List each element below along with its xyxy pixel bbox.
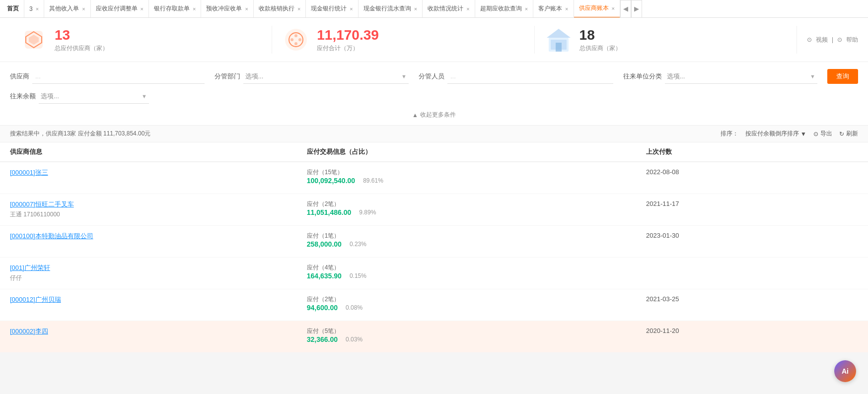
nav-next-button[interactable]: ▶ [631, 0, 642, 18]
main-table: 供应商信息 应付交易信息（占比） 上次付数 [000001]张三 应付（15笔）… [0, 142, 868, 353]
tab-bank-label: 银行存取款单 [154, 4, 190, 13]
sort-select[interactable]: 按应付余额倒序排序 ▼ [745, 130, 806, 138]
nav-tab-advance[interactable]: 预收冲应收单 × [201, 0, 253, 18]
table-row: [000001]张三 应付（15笔） 100,092,540.00 89.61%… [0, 162, 868, 194]
filter-area: 供应商 分管部门 选项... ▼ 分管人员 往来单位分类 选项... ▼ 查询 [0, 62, 868, 126]
nav-tab-collection[interactable]: 收款核销执行 × [254, 0, 306, 18]
close-tab-3[interactable]: × [36, 6, 39, 12]
table-header: 供应商信息 应付交易信息（占比） 上次付数 [0, 142, 868, 162]
lastpay-5: 2021-03-25 [646, 295, 858, 303]
close-customer-ledger[interactable]: × [565, 6, 568, 12]
supplier-label: 供应商 [10, 72, 29, 81]
nav-tab-bank[interactable]: 银行存取款单 × [149, 0, 201, 18]
supplier-link-2[interactable]: [000007]恒旺二手叉车 [10, 200, 74, 208]
close-receipt-stat[interactable]: × [466, 6, 469, 12]
supplier-link-3[interactable]: [000100]本特勤油品有限公司 [10, 232, 93, 240]
video-link[interactable]: 视频 [816, 36, 828, 44]
trans-label-5: 应付（2笔） [307, 295, 646, 304]
filter-person: 分管人员 [419, 69, 613, 84]
tab-adjustment-label: 应收应付调整单 [96, 4, 138, 13]
supplier-link-5[interactable]: [000012]广州贝瑞 [10, 296, 61, 303]
trans-amount-6[interactable]: 32,366.00 [307, 335, 338, 343]
collapse-label: 收起更多条件 [420, 111, 456, 119]
col-header-transaction: 应付交易信息（占比） [307, 147, 646, 156]
category-select-text: 选项... [667, 72, 810, 81]
top-navigation: 首页 3 × 其他收入单 × 应收应付调整单 × 银行存取款单 × 预收冲应收单… [0, 0, 868, 18]
nav-tab-customer-ledger[interactable]: 客户账本 × [533, 0, 574, 18]
trans-amount-4[interactable]: 164,635.90 [307, 272, 342, 280]
circle-icon2: ⊙ [837, 36, 842, 43]
help-link[interactable]: 帮助 [846, 36, 858, 44]
link-separator: | [832, 36, 833, 43]
person-input[interactable] [447, 69, 613, 84]
refresh-icon: ↻ [839, 131, 844, 137]
payable-suppliers-label: 总应付供应商（家） [55, 44, 108, 53]
payable-suppliers-text: 13 总应付供应商（家） [55, 27, 108, 53]
nav-tab-receipt-stat[interactable]: 收款情况统计 × [423, 0, 475, 18]
collapse-icon: ▲ [412, 112, 418, 119]
close-bank[interactable]: × [193, 6, 196, 12]
nav-prev-button[interactable]: ◀ [620, 0, 631, 18]
trans-amount-5[interactable]: 94,600.00 [307, 304, 338, 312]
supplier-info-6: [000002]李四 [10, 327, 307, 336]
person-label: 分管人员 [419, 72, 444, 81]
close-adjustment[interactable]: × [141, 6, 144, 12]
supplier-link-4[interactable]: [001]广州荣轩 [10, 264, 50, 271]
result-bar-right: 排序： 按应付余额倒序排序 ▼ ⊙ 导出 ↻ 刷新 [721, 130, 858, 138]
nav-tab-other-income[interactable]: 其他收入单 × [44, 0, 90, 18]
trans-amount-3[interactable]: 258,000.00 [307, 240, 342, 248]
close-cash-bank-flow[interactable]: × [414, 6, 417, 12]
balance-select-text: 选项... [41, 92, 142, 101]
tab-3-label: 3 [29, 5, 33, 12]
close-overdue[interactable]: × [525, 6, 528, 12]
nav-tab-supplier-ledger[interactable]: 供应商账本 × [574, 0, 620, 18]
collapse-container: ▲ 收起更多条件 [10, 109, 858, 121]
close-other-income[interactable]: × [82, 6, 85, 12]
nav-tab-home[interactable]: 首页 [2, 0, 24, 18]
nav-tab-3[interactable]: 3 × [24, 0, 44, 18]
dept-select[interactable]: 选项... ▼ [243, 69, 409, 84]
supplier-input[interactable] [32, 69, 205, 84]
trans-label-6: 应付（5笔） [307, 327, 646, 335]
query-button[interactable]: 查询 [827, 69, 858, 84]
summary-payable-suppliers: 13 总应付供应商（家） [10, 26, 272, 54]
refresh-label: 刷新 [846, 130, 858, 138]
nav-tab-cash-bank-flow[interactable]: 现金银行流水查询 × [359, 0, 423, 18]
summary-bar: 13 总应付供应商（家） 11,170.39 应付合计（万） [0, 18, 868, 62]
close-collection[interactable]: × [297, 6, 300, 12]
summary-payable-amount: 11,170.39 应付合计（万） [272, 26, 534, 54]
shop-icon [545, 26, 573, 54]
category-select[interactable]: 选项... ▼ [665, 69, 818, 84]
supplier-sub-2: 王通 17106110000 [10, 210, 307, 219]
collapse-button[interactable]: ▲ 收起更多条件 [10, 109, 858, 121]
transaction-info-6: 应付（5笔） 32,366.00 0.03% [307, 327, 646, 343]
supplier-link-1[interactable]: [000001]张三 [10, 169, 48, 176]
close-cash-bank-stat[interactable]: × [350, 6, 353, 12]
tab-collection-label: 收款核销执行 [259, 4, 294, 13]
trans-amount-1[interactable]: 100,092,540.00 [307, 177, 355, 185]
nav-tab-adjustment[interactable]: 应收应付调整单 × [91, 0, 149, 18]
refresh-button[interactable]: ↻ 刷新 [839, 130, 858, 138]
balance-select[interactable]: 选项... ▼ [39, 89, 149, 104]
transaction-info-1: 应付（15笔） 100,092,540.00 89.61% [307, 168, 646, 185]
balance-label: 往来余额 [10, 92, 36, 101]
svg-point-6 [290, 38, 293, 41]
svg-point-3 [285, 29, 307, 51]
home-tab-label: 首页 [7, 4, 19, 13]
lastpay-date-2: 2021-11-17 [646, 200, 679, 207]
trans-label-3: 应付（1笔） [307, 232, 646, 240]
nav-tab-overdue[interactable]: 超期应收款查询 × [475, 0, 533, 18]
close-supplier-ledger[interactable]: × [612, 5, 615, 11]
transaction-info-2: 应付（2笔） 11,051,486.00 9.89% [307, 200, 646, 216]
col-header-supplier: 供应商信息 [10, 147, 307, 156]
trans-percent-5: 0.08% [346, 304, 362, 311]
supplier-link-6[interactable]: [000002]李四 [10, 328, 48, 335]
nav-tab-cash-bank-stat[interactable]: 现金银行统计 × [306, 0, 358, 18]
close-advance[interactable]: × [245, 6, 248, 12]
export-button[interactable]: ⊙ 导出 [813, 130, 832, 138]
supplier-info-3: [000100]本特勤油品有限公司 [10, 232, 307, 241]
lastpay-date-6: 2020-11-20 [646, 327, 679, 334]
trans-amount-2[interactable]: 11,051,486.00 [307, 208, 352, 216]
table-row: [000002]李四 应付（5笔） 32,366.00 0.03% 2020-1… [0, 321, 868, 353]
category-chevron-icon: ▼ [810, 73, 815, 79]
